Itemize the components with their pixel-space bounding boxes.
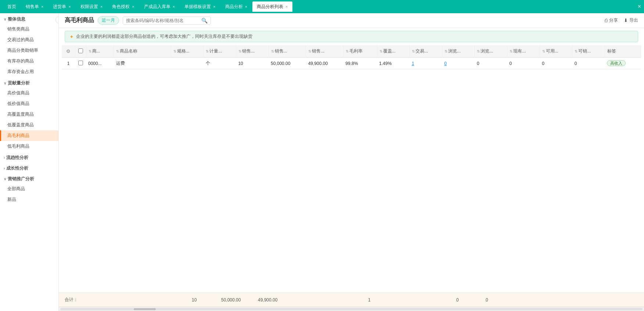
col-trade[interactable]: ⇅交易...	[410, 45, 442, 58]
col-current-stock[interactable]: ⇅现有...	[507, 45, 540, 58]
tab-product-inbound[interactable]: 产成品入库单 ×	[140, 1, 179, 12]
period-button[interactable]: 近一月	[98, 16, 119, 25]
tab-sales-close[interactable]: ×	[41, 4, 43, 9]
sidebar-item-sales-goods[interactable]: 销售类商品	[0, 24, 58, 35]
cell-checkbox[interactable]	[75, 58, 86, 69]
footer-totals: 合计： 10 50,000.00 49,900.00 1 0 0	[59, 293, 644, 307]
cell-tag: 高收入	[605, 58, 641, 69]
footer-cell-spacer3	[395, 297, 454, 303]
tab-purchase-close[interactable]: ×	[68, 4, 71, 9]
tab-product-inbound-close[interactable]: ×	[173, 4, 175, 9]
col-browse1[interactable]: ⇅浏览...	[442, 45, 475, 58]
sidebar-item-traded-goods[interactable]: 交易过的商品	[0, 35, 58, 45]
search-icon[interactable]: 🔍	[201, 18, 208, 23]
col-browse2[interactable]: ⇅浏览...	[475, 45, 507, 58]
chevron-right-icon-2: ›	[4, 166, 5, 170]
tab-permission-close[interactable]: ×	[100, 4, 102, 9]
sidebar-group-overall[interactable]: ∨ 整体信息	[0, 13, 58, 24]
content-header: 高毛利商品 近一月 🔍 ⎙ 分享 ⬇ 导出	[59, 13, 644, 28]
tab-analysis[interactable]: 商品分析 ×	[221, 1, 252, 12]
col-sale-qty[interactable]: ⇅销售...	[236, 45, 269, 58]
sidebar-group-marketing[interactable]: ∨ 营销推广分析	[0, 173, 58, 184]
cell-coverage: 1.49%	[377, 58, 410, 69]
scrollbar-track	[60, 308, 643, 310]
sidebar-group-contribution[interactable]: ∨ 贡献量分析	[0, 77, 58, 88]
scrollbar-thumb[interactable]	[134, 308, 156, 310]
main-layout: 《 ∨ 整体信息 销售类商品 交易过的商品 商品分类助销率 有库存的商品 库存资…	[0, 13, 644, 311]
horizontal-scrollbar[interactable]	[59, 307, 644, 311]
sidebar-item-new-goods[interactable]: 新品	[0, 194, 58, 205]
sidebar-item-stock-capital[interactable]: 库存资金占用	[0, 66, 58, 77]
select-all-checkbox[interactable]	[78, 48, 83, 53]
col-sale-amount[interactable]: ⇅销售...	[269, 45, 306, 58]
cell-browse1[interactable]: 0	[442, 58, 475, 69]
tab-analysis-list[interactable]: 商品分析列表 ×	[252, 1, 292, 12]
col-tag[interactable]: 标签	[605, 45, 641, 58]
tab-permission[interactable]: 权限设置 ×	[76, 1, 107, 12]
tab-role-close[interactable]: ×	[132, 4, 134, 9]
cell-sale-qty: 10	[236, 58, 269, 69]
tab-sales[interactable]: 销售单 ×	[21, 1, 48, 12]
col-sale-profit[interactable]: ⇅销售...	[306, 45, 343, 58]
footer-cell-sale-qty: 10	[190, 297, 219, 303]
col-available-stock[interactable]: ⇅可用...	[540, 45, 572, 58]
sidebar-item-high-value[interactable]: 高价值商品	[0, 88, 58, 98]
header-actions: ⎙ 分享 ⬇ 导出	[605, 17, 638, 23]
cell-code: 0000...	[86, 58, 114, 69]
col-coverage[interactable]: ⇅覆盖...	[377, 45, 410, 58]
cell-unit: 个	[204, 58, 236, 69]
sidebar-item-low-value[interactable]: 低价值商品	[0, 98, 58, 109]
share-icon: ⎙	[605, 18, 608, 23]
sidebar-group-trend[interactable]: › 流趋性分析	[0, 152, 58, 162]
cell-current-stock: 0	[507, 58, 540, 69]
tab-role-label: 角色授权	[112, 4, 130, 10]
tab-role[interactable]: 角色授权 ×	[108, 1, 138, 12]
cell-sale-profit: 49,900.00	[306, 58, 343, 69]
tab-sales-label: 销售单	[26, 4, 39, 10]
tab-template-label: 单据模板设置	[184, 4, 211, 10]
chevron-down-icon-3: ∨	[4, 177, 6, 181]
tab-analysis-close[interactable]: ×	[245, 4, 247, 9]
col-unit[interactable]: ⇅计量...	[204, 45, 236, 58]
chevron-right-icon: ›	[4, 156, 5, 160]
col-sellable-stock[interactable]: ⇅可销...	[572, 45, 605, 58]
tab-template[interactable]: 单据模板设置 ×	[180, 1, 220, 12]
cell-sellable-stock: 0	[572, 58, 605, 69]
footer-cell-spacer1	[87, 297, 190, 303]
tab-purchase[interactable]: 进货单 ×	[48, 1, 75, 12]
close-all-btn[interactable]: ×	[638, 3, 641, 10]
table-row: 1 0000... 运费	[62, 58, 641, 69]
search-input[interactable]	[126, 18, 200, 23]
cell-trade[interactable]: 1	[410, 58, 442, 69]
sidebar-item-category-rate[interactable]: 商品分类助销率	[0, 45, 58, 56]
export-button[interactable]: ⬇ 导出	[624, 17, 638, 23]
tab-analysis-list-close[interactable]: ×	[285, 4, 288, 9]
info-icon: ✦	[69, 34, 74, 40]
chevron-down-icon: ∨	[4, 17, 6, 21]
sidebar-group-growth[interactable]: › 成长性分析	[0, 162, 58, 173]
share-button[interactable]: ⎙ 分享	[605, 17, 618, 23]
tab-home[interactable]: 首页	[3, 1, 21, 12]
tab-home-label: 首页	[7, 4, 16, 10]
table-wrapper[interactable]: ⚙ ⇅商... ⇅商品名称 ⇅规格...	[59, 45, 644, 293]
sidebar-item-high-coverage[interactable]: 高覆盖度商品	[0, 109, 58, 120]
tab-template-close[interactable]: ×	[213, 4, 215, 9]
sidebar-item-low-margin[interactable]: 低毛利商品	[0, 141, 58, 152]
cell-index: 1	[62, 58, 75, 69]
footer-label: 合计：	[65, 297, 87, 303]
settings-icon[interactable]: ⚙	[66, 48, 71, 54]
cell-gross-rate: 99.8%	[343, 58, 377, 69]
sidebar-item-low-coverage[interactable]: 低覆盖度商品	[0, 120, 58, 130]
col-spec[interactable]: ⇅规格...	[171, 45, 204, 58]
top-nav-bar: 首页 销售单 × 进货单 × 权限设置 × 角色授权 × 产成品入库单 × 单据…	[0, 0, 644, 13]
tab-analysis-label: 商品分析	[225, 4, 243, 10]
col-name[interactable]: ⇅商品名称	[114, 45, 171, 58]
chevron-down-icon-2: ∨	[4, 81, 6, 85]
sidebar-item-all-goods[interactable]: 全部商品	[0, 184, 58, 194]
sidebar-item-high-margin[interactable]: 高毛利商品	[0, 130, 58, 141]
search-box[interactable]: 🔍	[123, 17, 211, 25]
col-gross-rate[interactable]: ⇅毛利率	[343, 45, 377, 58]
cell-browse2: 0	[475, 58, 507, 69]
sidebar-item-stocked-goods[interactable]: 有库存的商品	[0, 56, 58, 66]
col-code[interactable]: ⇅商...	[86, 45, 114, 58]
